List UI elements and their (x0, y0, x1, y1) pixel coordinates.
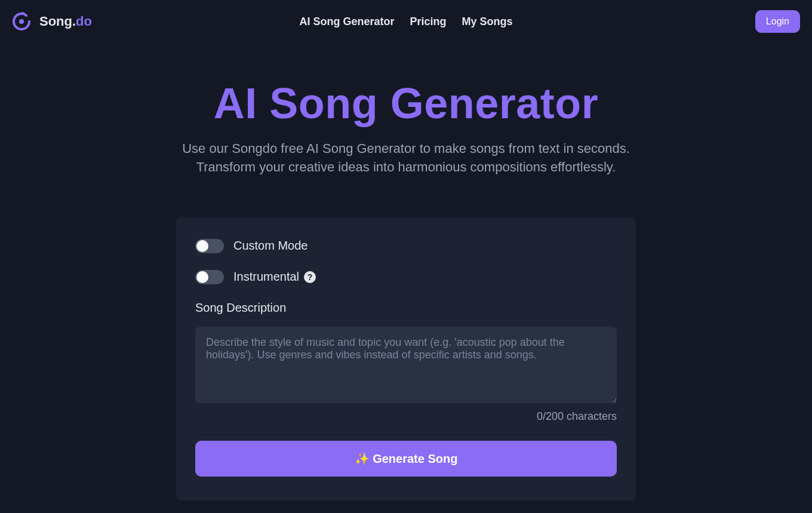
nav-my-songs[interactable]: My Songs (462, 16, 513, 28)
page-title: AI Song Generator (12, 79, 800, 128)
music-disc-icon (12, 12, 31, 31)
generator-card: Custom Mode Instrumental ? Song Descript… (176, 217, 636, 500)
instrumental-label: Instrumental (233, 270, 299, 284)
toggle-thumb (196, 271, 208, 283)
main-nav: AI Song Generator Pricing My Songs (299, 16, 512, 28)
hero-sub-line2: Transform your creative ideas into harmo… (196, 159, 616, 174)
brand-a: Song. (39, 14, 76, 29)
header: Song.do AI Song Generator Pricing My Son… (0, 0, 812, 43)
custom-mode-toggle[interactable] (195, 239, 224, 253)
hero-subtitle: Use our Songdo free AI Song Generator to… (161, 140, 651, 177)
brand[interactable]: Song.do (12, 12, 92, 31)
help-icon[interactable]: ? (304, 271, 316, 283)
instrumental-row: Instrumental ? (195, 270, 617, 284)
hero: AI Song Generator Use our Songdo free AI… (0, 43, 812, 189)
login-button[interactable]: Login (755, 10, 800, 33)
char-count: 0/200 characters (195, 410, 617, 423)
brand-text: Song.do (39, 14, 92, 29)
song-description-label: Song Description (195, 301, 617, 315)
nav-ai-song-generator[interactable]: AI Song Generator (299, 16, 394, 28)
nav-pricing[interactable]: Pricing (410, 16, 447, 28)
hero-sub-line1: Use our Songdo free AI Song Generator to… (182, 141, 630, 156)
custom-mode-label: Custom Mode (233, 239, 308, 253)
song-description-input[interactable] (195, 327, 617, 403)
custom-mode-row: Custom Mode (195, 239, 617, 253)
generate-song-button[interactable]: ✨ Generate Song (195, 441, 617, 477)
brand-b: do (76, 14, 92, 29)
toggle-thumb (196, 240, 208, 252)
instrumental-toggle[interactable] (195, 270, 224, 284)
svg-point-1 (19, 19, 24, 24)
instrumental-label-wrap: Instrumental ? (233, 270, 316, 284)
